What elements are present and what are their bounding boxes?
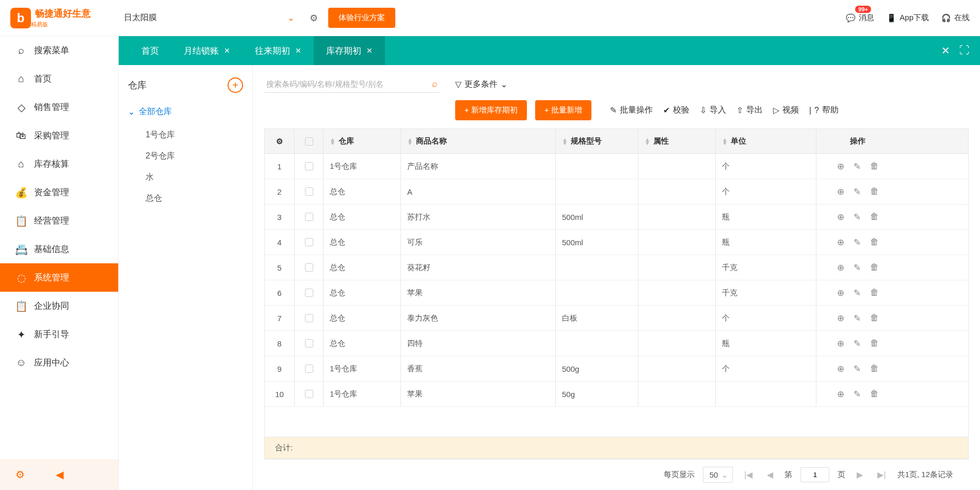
checkbox-all[interactable] — [305, 137, 313, 146]
delete-icon[interactable]: 🗑 — [870, 212, 879, 223]
edit-icon[interactable]: ✎ — [854, 212, 861, 223]
sidebar-item-apps[interactable]: ☺应用中心 — [0, 349, 118, 377]
close-icon[interactable]: ✕ — [366, 46, 373, 55]
header-online[interactable]: 🎧 在线 — [941, 13, 970, 23]
sidebar-item-search[interactable]: ⌕搜索菜单 — [0, 36, 118, 65]
row-checkbox[interactable] — [305, 187, 313, 196]
tree-item[interactable]: 总仓 — [128, 188, 243, 209]
edit-icon[interactable]: ✎ — [854, 237, 861, 248]
delete-icon[interactable]: 🗑 — [870, 313, 879, 324]
row-checkbox[interactable] — [305, 314, 313, 322]
row-checkbox[interactable] — [305, 238, 313, 246]
copy-icon[interactable]: ⊕ — [837, 186, 844, 197]
edit-icon[interactable]: ✎ — [854, 338, 861, 349]
action-edit[interactable]: ✎批量操作 — [610, 105, 653, 116]
edit-icon[interactable]: ✎ — [854, 313, 861, 324]
tree-item[interactable]: 2号仓库 — [128, 146, 243, 167]
copy-icon[interactable]: ⊕ — [837, 288, 844, 298]
copy-icon[interactable]: ⊕ — [837, 389, 844, 400]
table-row[interactable]: 1 1号仓库 产品名称 个 ⊕ ✎ 🗑 — [265, 154, 968, 179]
page-last[interactable]: ▶| — [874, 468, 889, 482]
column-warehouse[interactable]: ▲▼仓库 — [324, 129, 401, 153]
edit-icon[interactable]: ✎ — [854, 363, 861, 374]
copy-icon[interactable]: ⊕ — [837, 338, 844, 349]
delete-icon[interactable]: 🗑 — [870, 288, 879, 298]
column-attr[interactable]: ▲▼属性 — [638, 129, 716, 153]
page-input[interactable] — [800, 467, 829, 482]
search-input[interactable] — [266, 80, 432, 88]
edit-icon[interactable]: ✎ — [854, 186, 861, 197]
tab-往来期初[interactable]: 往来期初✕ — [243, 36, 314, 65]
table-row[interactable]: 3 总仓 苏打水 500ml 瓶 ⊕ ✎ 🗑 — [265, 204, 968, 230]
sidebar-item-sales[interactable]: ◇销售管理 — [0, 93, 118, 121]
edit-icon[interactable]: ✎ — [854, 288, 861, 298]
delete-icon[interactable]: 🗑 — [870, 186, 879, 197]
copy-icon[interactable]: ⊕ — [837, 212, 844, 223]
sidebar-item-newbie[interactable]: ✦新手引导 — [0, 320, 118, 349]
org-dropdown[interactable]: 日太阳膜 ⌄ — [119, 8, 304, 28]
sidebar-item-system[interactable]: ◌系统管理 — [0, 263, 118, 292]
table-row[interactable]: 10 1号仓库 苹果 50g ⊕ ✎ 🗑 — [265, 382, 968, 407]
sidebar-item-basic[interactable]: 📇基础信息 — [0, 235, 118, 263]
row-checkbox[interactable] — [305, 339, 313, 347]
experience-button[interactable]: 体验行业方案 — [328, 8, 395, 28]
edit-icon[interactable]: ✎ — [854, 389, 861, 400]
action-export[interactable]: ⇧导出 — [736, 105, 763, 116]
fullscreen-icon[interactable]: ⛶ — [959, 44, 970, 57]
sidebar-item-inventory[interactable]: ⌂库存核算 — [0, 150, 118, 178]
page-next[interactable]: ▶ — [854, 468, 866, 482]
delete-icon[interactable]: 🗑 — [870, 237, 879, 248]
tree-root[interactable]: ⌄ 全部仓库 — [128, 103, 243, 120]
action-import[interactable]: ⇩导入 — [700, 105, 726, 116]
sidebar-item-money[interactable]: 💰资金管理 — [0, 178, 118, 207]
tree-item[interactable]: 水 — [128, 167, 243, 188]
table-row[interactable]: 7 总仓 泰力灰色 白板 个 ⊕ ✎ 🗑 — [265, 306, 968, 331]
column-settings[interactable]: ⚙ — [265, 129, 295, 153]
delete-icon[interactable]: 🗑 — [870, 338, 879, 349]
delete-icon[interactable]: 🗑 — [870, 262, 879, 273]
settings-icon[interactable]: ⚙ — [15, 468, 25, 481]
edit-icon[interactable]: ✎ — [854, 262, 861, 273]
row-checkbox[interactable] — [305, 263, 313, 272]
table-row[interactable]: 5 总仓 葵花籽 千克 ⊕ ✎ 🗑 — [265, 255, 968, 280]
action-play[interactable]: ▷视频 — [773, 105, 799, 116]
page-first[interactable]: |◀ — [741, 468, 756, 482]
copy-icon[interactable]: ⊕ — [837, 363, 844, 374]
table-row[interactable]: 8 总仓 四特 瓶 ⊕ ✎ 🗑 — [265, 331, 968, 356]
copy-icon[interactable]: ⊕ — [837, 313, 844, 324]
column-unit[interactable]: ▲▼单位 — [716, 129, 816, 153]
collapse-icon[interactable]: ◀ — [56, 468, 63, 481]
table-row[interactable]: 4 总仓 可乐 500ml 瓶 ⊕ ✎ 🗑 — [265, 230, 968, 255]
header-app-download[interactable]: 📱 App下载 — [887, 13, 929, 23]
sidebar-item-purchase[interactable]: 🛍采购管理 — [0, 121, 118, 150]
edit-icon[interactable]: ✎ — [854, 161, 861, 172]
copy-icon[interactable]: ⊕ — [837, 161, 844, 172]
delete-icon[interactable]: 🗑 — [870, 161, 879, 172]
action-help[interactable]: | ?帮助 — [809, 105, 839, 116]
search-icon[interactable]: ⌕ — [432, 78, 438, 89]
copy-icon[interactable]: ⊕ — [837, 262, 844, 273]
more-conditions[interactable]: ▽ 更多条件 ⌄ — [455, 79, 507, 90]
header-messages[interactable]: 💬 消息 99+ — [846, 13, 874, 23]
copy-icon[interactable]: ⊕ — [837, 237, 844, 248]
sidebar-item-business[interactable]: 📋经营管理 — [0, 207, 118, 235]
tree-item[interactable]: 1号仓库 — [128, 124, 243, 146]
row-checkbox[interactable] — [305, 289, 313, 297]
sidebar-item-collab[interactable]: 📋企业协同 — [0, 292, 118, 320]
column-checkbox[interactable] — [295, 129, 324, 153]
per-page-select[interactable]: 50 ⌄ — [703, 467, 733, 483]
column-product-name[interactable]: ▲▼商品名称 — [401, 129, 556, 153]
row-checkbox[interactable] — [305, 213, 313, 221]
tab-库存期初[interactable]: 库存期初✕ — [314, 36, 385, 65]
action-check[interactable]: ✔校验 — [663, 105, 689, 116]
page-prev[interactable]: ◀ — [764, 468, 776, 482]
delete-icon[interactable]: 🗑 — [870, 389, 879, 400]
tab-首页[interactable]: 首页 — [129, 36, 171, 65]
row-checkbox[interactable] — [305, 162, 313, 170]
tab-close-all-icon[interactable]: ✕ — [941, 44, 950, 57]
row-checkbox[interactable] — [305, 390, 313, 398]
tab-月结锁账[interactable]: 月结锁账✕ — [171, 36, 243, 65]
add-warehouse-button[interactable]: + — [228, 77, 243, 93]
add-inventory-button[interactable]: + 新增库存期初 — [455, 100, 527, 120]
table-row[interactable]: 6 总仓 苹果 千克 ⊕ ✎ 🗑 — [265, 280, 968, 306]
